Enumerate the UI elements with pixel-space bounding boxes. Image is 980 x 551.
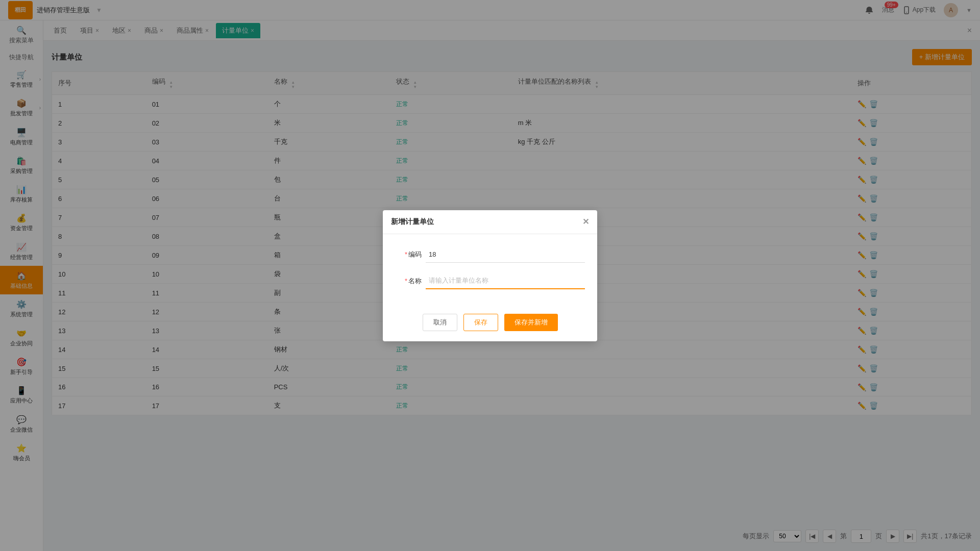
modal-overlay[interactable]: 新增计量单位 ✕ 编码 名称 取消 保存 保存并新增 (0, 0, 980, 551)
save-button[interactable]: 保存 (463, 314, 498, 331)
modal-close-btn[interactable]: ✕ (582, 218, 589, 226)
modal-title: 新增计量单位 (391, 217, 434, 227)
cancel-button[interactable]: 取消 (423, 314, 457, 331)
modal-body: 编码 名称 (383, 234, 597, 308)
name-form-row: 名称 (395, 273, 585, 289)
name-label: 名称 (395, 277, 426, 286)
modal-footer: 取消 保存 保存并新增 (383, 308, 597, 341)
modal-header: 新增计量单位 ✕ (383, 210, 597, 234)
name-input[interactable] (426, 273, 585, 289)
code-input[interactable] (426, 246, 585, 263)
code-label: 编码 (395, 250, 426, 259)
add-unit-modal: 新增计量单位 ✕ 编码 名称 取消 保存 保存并新增 (383, 210, 597, 341)
save-and-new-button[interactable]: 保存并新增 (504, 314, 558, 331)
code-form-row: 编码 (395, 246, 585, 263)
